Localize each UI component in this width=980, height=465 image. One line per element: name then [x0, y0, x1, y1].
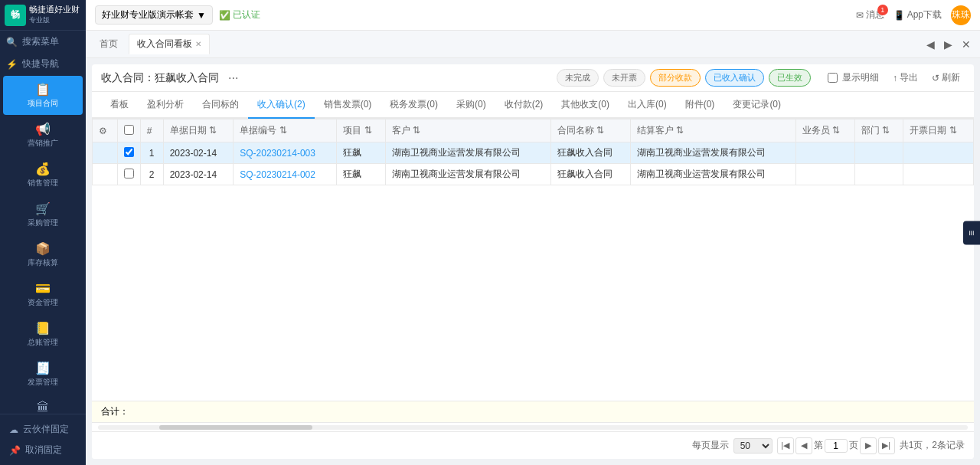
row-checkbox-cell-1[interactable] [117, 164, 140, 185]
sidebar-unpin[interactable]: 📌 取消固定 [3, 440, 83, 460]
sidebar-item-finance[interactable]: 💳 资金管理 [3, 275, 83, 314]
per-page-select[interactable]: 50 100 200 [733, 438, 773, 454]
row-settlement-0: 湖南卫视商业运营发展有限公司 [630, 142, 795, 164]
tab-income-confirm[interactable]: 收入确认(2) [248, 92, 315, 117]
tab-contract-subject[interactable]: 合同标的 [193, 92, 248, 117]
sidebar-scroll: 📋 项目合同 📢 营销推广 💰 销售管理 🛒 采购管理 📦 库存核算 💳 资金管… [0, 75, 86, 414]
tab-receipt[interactable]: 收付款(2) [495, 92, 553, 117]
export-btn[interactable]: ↑ 导出 [888, 70, 923, 86]
tab-prev-btn[interactable]: ◀ [923, 37, 938, 52]
row-checkbox-cell-0[interactable] [117, 142, 140, 164]
side-panel-toggle[interactable]: ≡ [963, 221, 980, 244]
finance-icon: 💳 [35, 281, 51, 296]
table-settings[interactable]: ⚙ [93, 120, 118, 142]
sidebar-item-project[interactable]: 📋 项目合同 [3, 76, 83, 115]
tab-inout-warehouse[interactable]: 出入库(0) [619, 92, 676, 117]
message-action[interactable]: ✉ 1 消息 [856, 8, 884, 21]
page-info: 共1页，2条记录 [900, 439, 965, 452]
table-container: ⚙ # 单据日期 ⇅ 单据编号 ⇅ 项目 ⇅ [92, 119, 974, 401]
search-icon: 🔍 [6, 37, 18, 47]
tab-change-log[interactable]: 变更记录(0) [724, 92, 790, 117]
tab-attachment[interactable]: 附件(0) [676, 92, 724, 117]
row-invoice-date-0 [903, 142, 974, 164]
sidebar-quicknav[interactable]: ⚡ 快捷导航 [0, 53, 86, 75]
avatar[interactable]: 珠珠 [951, 5, 971, 25]
export-icon: ↑ [893, 73, 897, 84]
cloud-icon: ☁ [9, 424, 18, 435]
row-index-0: 1 [140, 142, 163, 164]
col-contract-name[interactable]: 合同名称 ⇅ [550, 120, 630, 142]
next-page-btn[interactable]: ▶ [860, 437, 877, 454]
sidebar-item-invoice[interactable]: 🧾 发票管理 [3, 355, 83, 394]
tab-sales-invoice[interactable]: 销售发票(0) [315, 92, 381, 117]
sidebar-item-sales-label: 销售管理 [28, 178, 58, 188]
last-page-btn[interactable]: ▶| [878, 437, 895, 454]
page-label: 页 [849, 439, 858, 452]
show-detail-btn[interactable]: 显示明细 [823, 70, 884, 86]
show-detail-label: 显示明细 [842, 71, 879, 84]
scrollbar-thumb[interactable] [159, 425, 312, 430]
tab-contract-board[interactable]: 收入合同看板 ✕ [129, 34, 210, 54]
tab-close-icon[interactable]: ✕ [195, 40, 201, 48]
logo-text: 畅捷通好业财 [29, 5, 80, 15]
page-nav: |◀ ◀ 第 页 ▶ ▶| [777, 437, 895, 454]
sidebar-item-tax[interactable]: 🏛 税务管理 [3, 395, 83, 414]
col-salesperson[interactable]: 业务员 ⇅ [795, 120, 854, 142]
sidebar-item-project-label: 项目合同 [28, 98, 58, 109]
sidebar-search[interactable]: 🔍 搜索菜单 [0, 31, 86, 53]
status-effective[interactable]: 已生效 [769, 69, 811, 87]
col-customer[interactable]: 客户 ⇅ [385, 120, 550, 142]
col-settlement[interactable]: 结算客户 ⇅ [630, 120, 795, 142]
tab-tax-invoice[interactable]: 税务发票(0) [381, 92, 447, 117]
row-number-link-0[interactable]: SQ-20230214-003 [240, 148, 315, 159]
tab-next-btn[interactable]: ▶ [941, 37, 956, 52]
show-detail-checkbox[interactable] [828, 73, 838, 83]
tab-home[interactable]: 首页 [92, 34, 126, 54]
prev-page-btn[interactable]: ◀ [795, 437, 812, 454]
status-unfinished[interactable]: 未完成 [557, 69, 599, 87]
company-selector[interactable]: 好业财专业版演示帐套 ▼ [95, 5, 213, 25]
row-date-0: 2023-02-14 [163, 142, 234, 164]
tax-icon: 🏛 [37, 401, 49, 414]
row-checkbox-0[interactable] [124, 147, 134, 157]
app-download-action[interactable]: 📱 App下载 [893, 8, 942, 21]
row-settings-0[interactable] [93, 142, 118, 164]
contract-area: 收入合同：狂飙收入合同 ··· 未完成 未开票 部分收款 已收入确认 已生效 显… [92, 64, 974, 459]
sidebar-item-marketing[interactable]: 📢 营销推广 [3, 116, 83, 155]
col-invoice-date[interactable]: 开票日期 ⇅ [903, 120, 974, 142]
col-number[interactable]: 单据编号 ⇅ [234, 120, 337, 142]
page-input[interactable] [825, 439, 848, 453]
row-number-link-1[interactable]: SQ-20230214-002 [240, 169, 315, 180]
status-partial-receipt[interactable]: 部分收款 [650, 69, 701, 87]
content-area: 收入合同：狂飙收入合同 ··· 未完成 未开票 部分收款 已收入确认 已生效 显… [86, 58, 980, 465]
tab-profit[interactable]: 盈利分析 [138, 92, 193, 117]
sidebar-item-sales[interactable]: 💰 销售管理 [3, 156, 83, 195]
col-date[interactable]: 单据日期 ⇅ [163, 120, 234, 142]
row-date-1: 2023-02-14 [163, 164, 234, 185]
tab-kanban[interactable]: 看板 [101, 92, 138, 117]
row-number-cell-1: SQ-20230214-002 [234, 164, 337, 185]
table-header-checkbox[interactable] [117, 120, 140, 142]
sidebar-cloud-partner[interactable]: ☁ 云伙伴固定 [3, 419, 83, 440]
sidebar-item-ledger[interactable]: 📒 总账管理 [3, 315, 83, 354]
first-page-btn[interactable]: |◀ [777, 437, 794, 454]
sidebar-item-inventory[interactable]: 📦 库存核算 [3, 235, 83, 274]
status-confirmed[interactable]: 已收入确认 [705, 69, 764, 87]
tab-purchase[interactable]: 采购(0) [447, 92, 495, 117]
sidebar-item-purchase[interactable]: 🛒 采购管理 [3, 195, 83, 234]
row-settings-1[interactable] [93, 164, 118, 185]
col-department[interactable]: 部门 ⇅ [855, 120, 903, 142]
more-button[interactable]: ··· [225, 71, 241, 85]
col-project[interactable]: 项目 ⇅ [337, 120, 385, 142]
row-checkbox-1[interactable] [124, 169, 134, 178]
select-all-checkbox[interactable] [124, 125, 134, 135]
tab-other-income[interactable]: 其他收支(0) [552, 92, 619, 117]
refresh-btn[interactable]: ↺ 刷新 [927, 70, 965, 86]
status-uninvoiced[interactable]: 未开票 [603, 69, 645, 87]
row-salesperson-1 [795, 164, 854, 185]
header-actions: 显示明细 ↑ 导出 ↺ 刷新 [823, 70, 965, 86]
tab-close-all-btn[interactable]: ✕ [959, 37, 974, 52]
sidebar-item-invoice-label: 发票管理 [28, 377, 58, 388]
row-index-1: 2 [140, 164, 163, 185]
row-customer-0: 湖南卫视商业运营发展有限公司 [385, 142, 550, 164]
